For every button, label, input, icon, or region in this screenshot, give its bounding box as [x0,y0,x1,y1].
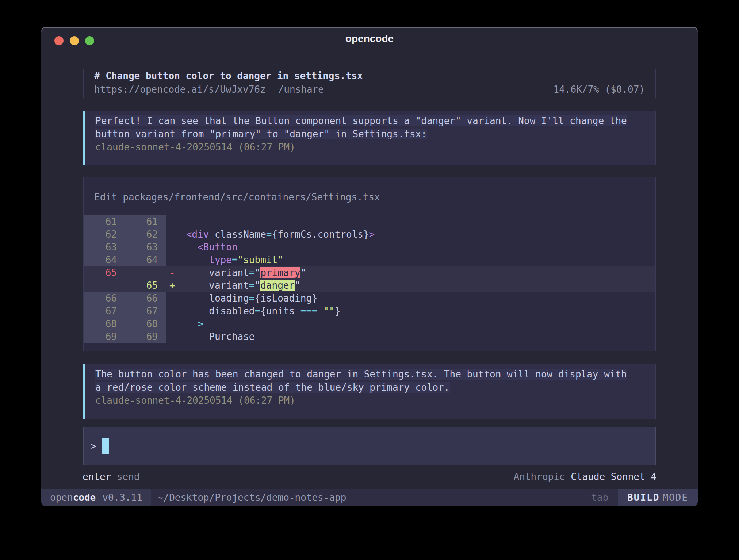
diff-old-line-number: 65 [84,266,125,279]
app-name-code: code [73,492,96,503]
diff-sign: - [166,266,180,279]
code-segment: = [249,267,255,278]
diff-sign [166,215,180,228]
diff: 61616262 <div className={formCs.controls… [84,215,655,343]
diff-sign [166,292,180,305]
code-segment: "submit" [238,254,283,265]
diff-code: disabled={units === ""} [180,305,655,318]
edit-tool-card: Edit packages/frontend/src/containers/Se… [83,177,656,351]
diff-sign: + [166,279,180,292]
titlebar: opencode [41,27,698,49]
code-segment: <div [186,229,209,240]
code-segment: danger [260,280,295,291]
code-segment: " [255,267,261,278]
code-segment: > [369,229,375,240]
text-cursor [102,438,109,454]
assistant-message: The button color has been changed to dan… [83,364,656,419]
diff-old-line-number: 62 [84,228,125,241]
diff-row: 6464 type="submit" [84,254,655,266]
mode-label-bold: BUILD [627,492,659,503]
context-stats: 14.6K/7% ($0.07) [554,84,645,95]
code-segment: } [335,306,341,317]
prompt-char: > [91,441,96,452]
diff-new-line-number: 67 [125,305,166,318]
mode-label-rest: MODE [662,492,688,503]
diff-code: <Button [180,241,655,254]
zoom-button[interactable] [85,36,94,45]
code-segment: > [198,318,203,329]
message-meta: claude-sonnet-4-20250514 (06:27 PM) [95,141,645,154]
diff-sign [166,228,180,241]
code-segment [180,306,209,317]
diff-sign [166,318,180,330]
diff-new-line-number: 61 [125,215,166,228]
diff-row: 6363 <Button [84,241,655,254]
diff-code: Purchase [180,330,655,343]
prompt-input[interactable]: > [83,427,656,465]
build-mode-badge: BUILDMODE [618,489,698,506]
code-segment: primary [260,267,300,278]
code-segment: Purchase [209,331,254,342]
diff-row: 6666 loading={isLoading} [84,292,655,305]
code-segment: {units [260,306,300,317]
diff-new-line-number: 64 [125,254,166,266]
code-segment: {formCs.controls} [272,229,369,240]
diff-code: > [180,318,655,330]
model-provider: Anthropic [514,471,565,482]
code-segment: = [266,229,272,240]
diff-old-line-number: 69 [84,330,125,343]
code-segment: " [255,280,261,291]
diff-row: 6868 > [84,318,655,330]
close-button[interactable] [54,36,64,45]
code-segment: === [300,306,318,317]
diff-new-line-number: 69 [125,330,166,343]
message-text: Perfect! I can see that the Button compo… [95,115,627,139]
app-version: v0.3.11 [102,492,142,503]
diff-sign [166,254,180,266]
window-title: opencode [41,27,698,51]
diff-code: variant="danger" [180,279,655,292]
code-segment: = [232,254,238,265]
minimize-button[interactable] [70,36,79,45]
code-segment: " [295,280,300,291]
diff-code [180,215,655,228]
diff-sign [166,330,180,343]
code-segment [180,318,198,329]
code-segment: <Button [198,242,238,253]
code-segment: "" [318,306,335,317]
diff-old-line-number: 64 [84,254,125,266]
edit-tool-title: Edit packages/frontend/src/containers/Se… [84,177,655,215]
diff-old-line-number: 63 [84,241,125,254]
message-meta: claude-sonnet-4-20250514 (06:27 PM) [95,394,645,407]
enter-hint-key: enter [83,471,111,482]
diff-row: 6969 Purchase [84,330,655,343]
code-segment: variant [209,280,249,291]
app-name: opencodev0.3.11 [41,489,151,506]
code-segment: loading [209,293,249,304]
diff-new-line-number [125,266,166,279]
diff-old-line-number: 67 [84,305,125,318]
code-segment: = [255,306,261,317]
assistant-message: Perfect! I can see that the Button compo… [83,111,656,165]
diff-row: 6161 [84,215,655,228]
unshare-command: /unshare [278,84,324,95]
diff-sign [166,305,180,318]
diff-code: variant="primary" [180,266,655,279]
hint-bar: enter send Anthropic Claude Sonnet 4 [83,471,656,483]
code-segment: = [249,293,255,304]
diff-new-line-number: 62 [125,228,166,241]
share-url[interactable]: https://opencode.ai/s/UwJxv76z [94,84,266,95]
app-name-open: open [50,492,73,503]
enter-hint-action: send [117,471,140,482]
tab-hint[interactable]: tab [582,489,618,506]
code-segment [180,293,209,304]
code-segment: className [209,229,266,240]
code-segment: disabled [209,306,254,317]
diff-new-line-number: 63 [125,241,166,254]
code-segment: type [209,254,232,265]
code-segment [180,280,209,291]
code-segment [180,254,209,265]
code-segment [180,229,186,240]
diff-row: 65- variant="primary" [84,266,655,279]
model-name: Claude Sonnet 4 [571,471,656,482]
